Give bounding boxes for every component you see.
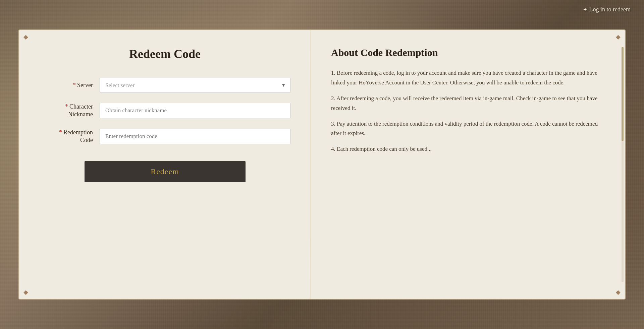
about-paragraph-1: 1. Before redeeming a code, log in to yo… [331,68,605,88]
server-required-star: * [73,82,76,88]
server-input-wrap: Select server Asia America Europe TW/HK/… [100,78,290,93]
scrollbar-thumb [622,47,624,141]
card-scrollbar [622,47,624,282]
star-icon: ✦ [583,6,587,13]
nickname-field-group: *CharacterNickname [39,103,290,119]
nickname-required-star: * [65,103,68,110]
divider [311,44,311,285]
left-panel: Redeem Code *Server Select server Asia A… [19,30,311,299]
redemption-code-input[interactable] [100,129,290,144]
nickname-input-wrap [100,103,290,118]
server-field-group: *Server Select server Asia America Europ… [39,78,290,93]
corner-decoration-tr: ◆ [614,33,622,41]
server-label: *Server [39,81,93,89]
server-select-wrap: Select server Asia America Europe TW/HK/… [100,78,290,93]
about-paragraph-4: 4. Each redemption code can only be used… [331,144,605,154]
server-select[interactable]: Select server Asia America Europe TW/HK/… [100,78,290,93]
nickname-input[interactable] [100,103,290,118]
login-link[interactable]: ✦ Log in to redeem [583,6,631,13]
redemption-code-label: *RedemptionCode [39,129,93,144]
redemption-required-star: * [59,129,62,136]
form-title: Redeem Code [129,47,201,61]
nickname-label: *CharacterNickname [39,103,93,119]
redeem-button[interactable]: Redeem [85,161,246,182]
about-title: About Code Redemption [331,47,605,58]
redemption-code-field-group: *RedemptionCode [39,129,290,144]
right-panel: About Code Redemption 1. Before redeemin… [311,30,625,299]
about-text: 1. Before redeeming a code, log in to yo… [331,68,605,154]
login-label: Log in to redeem [589,6,631,13]
corner-decoration-br: ◆ [614,288,622,296]
about-paragraph-3: 3. Pay attention to the redemption condi… [331,119,605,139]
about-paragraph-2: 2. After redeeming a code, you will rece… [331,94,605,113]
redemption-code-input-wrap [100,129,290,144]
main-card: ◆ ◆ ◆ ◆ Redeem Code *Server Select serve… [18,29,626,300]
